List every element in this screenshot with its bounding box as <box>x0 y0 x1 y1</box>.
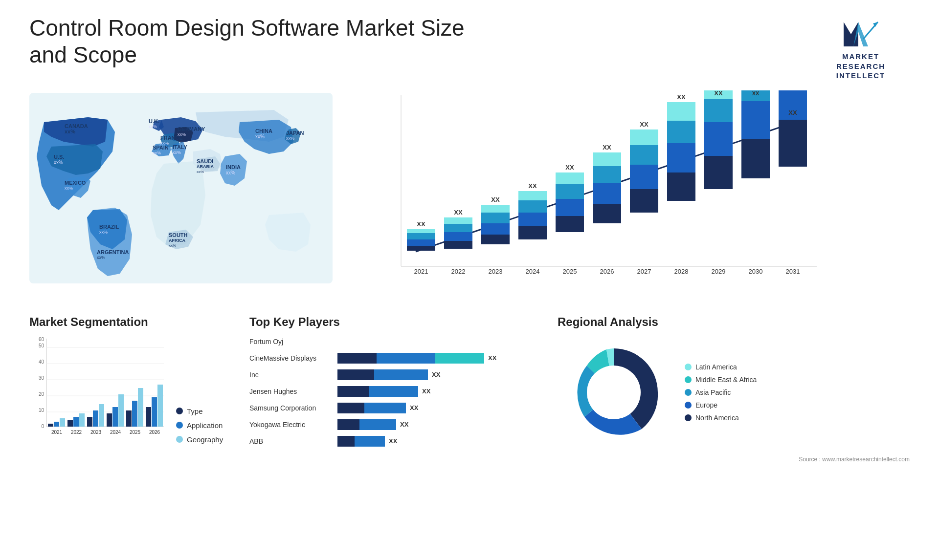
map-container: CANADA xx% U.S. xx% MEXICO xx% BRAZIL xx… <box>29 90 333 286</box>
svg-point-145 <box>587 366 641 419</box>
svg-text:JAPAN: JAPAN <box>286 130 304 136</box>
player-name: Fortum Oyj <box>249 338 333 345</box>
svg-rect-132 <box>107 413 112 427</box>
svg-rect-122 <box>60 418 65 427</box>
svg-text:2027: 2027 <box>637 268 651 275</box>
svg-rect-133 <box>112 407 118 427</box>
svg-text:2021: 2021 <box>51 430 63 435</box>
svg-rect-79 <box>630 145 658 165</box>
svg-rect-42 <box>407 239 435 246</box>
svg-rect-124 <box>67 420 73 427</box>
svg-text:SOUTH: SOUTH <box>169 232 188 238</box>
svg-rect-49 <box>444 224 472 232</box>
player-val: XX <box>432 371 444 378</box>
svg-text:2023: 2023 <box>90 430 102 435</box>
player-bar-container <box>337 336 543 347</box>
svg-text:U.S.: U.S. <box>54 154 64 160</box>
svg-text:xx%: xx% <box>286 136 294 141</box>
geography-label: Geography <box>187 435 223 444</box>
legend-type: Type <box>176 407 223 415</box>
svg-text:BRAZIL: BRAZIL <box>99 224 119 230</box>
svg-text:2026: 2026 <box>600 268 614 275</box>
svg-text:ARGENTINA: ARGENTINA <box>97 249 129 255</box>
player-val: XX <box>422 388 434 395</box>
svg-text:xx%: xx% <box>226 170 235 175</box>
svg-text:xx%: xx% <box>65 186 73 191</box>
logo-area: MARKET RESEARCH INTELLECT <box>812 15 910 81</box>
svg-text:60: 60 <box>39 337 45 342</box>
latin-dot <box>685 364 692 370</box>
svg-text:2023: 2023 <box>489 268 503 275</box>
svg-text:50: 50 <box>39 343 45 348</box>
player-bar <box>337 403 406 413</box>
svg-rect-137 <box>132 401 137 427</box>
player-val: XX <box>400 421 412 428</box>
svg-text:xx%: xx% <box>54 160 63 165</box>
svg-rect-77 <box>630 189 658 213</box>
svg-text:2025: 2025 <box>563 268 577 275</box>
player-bar-container: XX <box>337 403 543 413</box>
player-val: XX <box>389 437 401 445</box>
svg-text:XX: XX <box>565 164 574 171</box>
svg-rect-136 <box>126 410 132 427</box>
map-section: CANADA xx% U.S. xx% MEXICO xx% BRAZIL xx… <box>29 90 342 296</box>
svg-rect-68 <box>556 172 584 184</box>
svg-text:2022: 2022 <box>71 430 82 435</box>
player-row: CineMassive Displays XX <box>249 353 543 364</box>
world-map: CANADA xx% U.S. xx% MEXICO xx% BRAZIL xx… <box>29 90 333 286</box>
regional-legend-item-europe: Europe <box>685 401 757 409</box>
player-bar-container: XX <box>337 419 543 430</box>
svg-rect-43 <box>407 233 435 239</box>
application-dot <box>176 422 183 429</box>
svg-text:xx%: xx% <box>178 132 186 137</box>
svg-text:xx%: xx% <box>197 170 204 174</box>
svg-rect-44 <box>407 229 435 233</box>
svg-text:SPAIN: SPAIN <box>153 145 169 151</box>
svg-rect-60 <box>518 213 547 226</box>
svg-text:0: 0 <box>41 424 44 429</box>
svg-text:2022: 2022 <box>451 268 466 275</box>
svg-text:xx%: xx% <box>173 150 181 155</box>
svg-text:40: 40 <box>39 359 45 365</box>
svg-text:XX: XX <box>640 121 648 128</box>
player-val: XX <box>488 354 500 362</box>
svg-text:2028: 2028 <box>674 268 689 275</box>
player-name: ABB <box>249 437 333 445</box>
svg-text:XX: XX <box>677 93 686 101</box>
header: Control Room Design Software Market Size… <box>0 0 939 90</box>
svg-text:ITALY: ITALY <box>173 144 188 150</box>
svg-text:2031: 2031 <box>786 268 800 275</box>
svg-rect-62 <box>518 191 547 200</box>
seg-legend: Type Application Geography <box>176 407 223 444</box>
legend-application: Application <box>176 421 223 430</box>
svg-text:GERMANY: GERMANY <box>178 126 205 132</box>
svg-text:XX: XX <box>714 90 723 97</box>
source-text: Source : www.marketresearchintellect.com <box>558 456 910 463</box>
svg-text:XX: XX <box>788 109 797 116</box>
svg-text:XX: XX <box>454 209 463 216</box>
svg-rect-67 <box>556 184 584 199</box>
svg-text:20: 20 <box>39 391 45 397</box>
svg-rect-90 <box>704 122 733 156</box>
svg-rect-73 <box>593 166 621 183</box>
regional-title: Regional Analysis <box>558 315 910 329</box>
svg-rect-83 <box>667 172 695 201</box>
donut-chart <box>558 336 670 449</box>
mea-label: Middle East & Africa <box>695 376 757 384</box>
svg-text:2030: 2030 <box>749 268 763 275</box>
svg-rect-71 <box>593 204 621 223</box>
svg-rect-86 <box>667 102 695 121</box>
mea-dot <box>685 376 692 383</box>
svg-rect-55 <box>481 213 510 223</box>
svg-text:ARABIA: ARABIA <box>197 164 214 169</box>
player-row: Inc XX <box>249 369 543 380</box>
player-bar-container: XX <box>337 369 543 380</box>
bottom-area: Market Segmentation 0 10 20 30 40 50 <box>29 310 910 463</box>
svg-text:xx%: xx% <box>149 124 157 129</box>
legend-geography: Geography <box>176 435 223 444</box>
svg-text:INDIA: INDIA <box>226 164 241 170</box>
player-bar <box>337 369 428 380</box>
content-area: CANADA xx% U.S. xx% MEXICO xx% BRAZIL xx… <box>0 90 939 463</box>
regional-legend-item-latin: Latin America <box>685 363 757 371</box>
bar-chart-section: 2021 XX 2022 XX 2023 XX 2024 XX <box>357 90 910 296</box>
